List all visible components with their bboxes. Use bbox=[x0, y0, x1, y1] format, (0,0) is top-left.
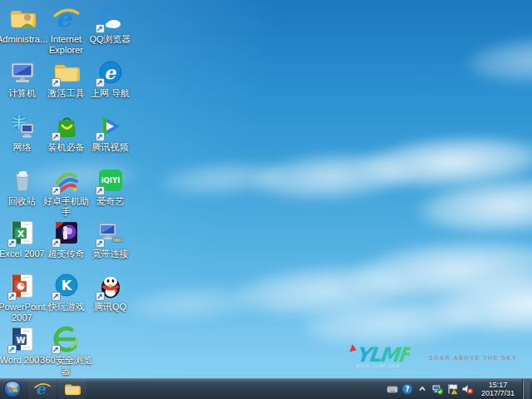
shortcut-arrow-icon: ↗ bbox=[7, 292, 17, 301]
desktop-icon[interactable]: 网络 bbox=[0, 113, 44, 153]
shortcut-arrow-icon: ↗ bbox=[52, 78, 61, 87]
shortcut-arrow-icon: ↗ bbox=[52, 345, 61, 354]
desktop-icon[interactable]: ↗PowerPoint 2007 bbox=[0, 273, 44, 323]
volume-muted-icon[interactable] bbox=[461, 383, 474, 396]
desktop-icon[interactable]: ↗QQ浏览器 bbox=[88, 5, 132, 45]
powerpoint-icon: ↗ bbox=[9, 273, 36, 299]
svg-text:iQIYI: iQIYI bbox=[101, 176, 120, 185]
action-center-flag-icon[interactable]: ! bbox=[446, 383, 459, 396]
taskbar-windows-explorer[interactable] bbox=[58, 380, 86, 399]
svg-text:W: W bbox=[16, 336, 25, 345]
tray-icons: ?! bbox=[387, 383, 474, 396]
svg-text:X: X bbox=[17, 229, 24, 239]
cloud bbox=[157, 157, 292, 200]
ylmf-watermark: YLMF WWW.YLMF.COM SOAR ABOVE THE SKY bbox=[356, 343, 510, 372]
show-hidden-icons-arrow[interactable] bbox=[416, 383, 429, 396]
desktop-icon[interactable]: 回收站 bbox=[0, 167, 44, 207]
svg-text:K: K bbox=[61, 278, 71, 293]
cloud bbox=[464, 32, 532, 88]
taskbar-pinned-apps: e bbox=[28, 380, 86, 399]
excel-icon: X↗ bbox=[9, 219, 36, 246]
desktop-icon[interactable]: Administra... bbox=[0, 5, 44, 45]
desktop-icon-label: 360安全浏览器 bbox=[39, 355, 93, 377]
cloud bbox=[347, 234, 532, 307]
desktop: Administra...eInternet Explorer↗QQ浏览器计算机… bbox=[0, 0, 532, 399]
network-icon bbox=[9, 113, 36, 140]
iqiyi-icon: iQIYI↗ bbox=[97, 167, 124, 194]
clock-date: 2017/7/31 bbox=[481, 389, 515, 397]
cloud bbox=[124, 282, 259, 324]
cloud bbox=[231, 259, 417, 322]
shortcut-arrow-icon: ↗ bbox=[96, 292, 105, 301]
desktop-icon[interactable]: W↗Word 2007 bbox=[0, 326, 44, 366]
ylmf-logo: YLMF bbox=[355, 343, 411, 367]
user-folder-icon bbox=[9, 5, 36, 32]
computer-icon bbox=[9, 59, 36, 86]
desktop-icon[interactable]: eInternet Explorer bbox=[44, 5, 88, 56]
shortcut-arrow-icon: ↗ bbox=[7, 345, 17, 354]
svg-text:?: ? bbox=[406, 385, 410, 393]
taskbar-clock[interactable]: 15:17 2017/7/31 bbox=[477, 381, 519, 397]
desktop-icon-label: 腾讯QQ bbox=[83, 302, 137, 313]
desktop-icon[interactable]: 计算机 bbox=[0, 59, 44, 99]
shortcut-arrow-icon: ↗ bbox=[52, 292, 61, 301]
shortcut-arrow-icon: ↗ bbox=[96, 186, 105, 195]
folder-icon: ↗ bbox=[53, 59, 80, 86]
taskbar: e ?! 15:17 2017/7/31 bbox=[0, 378, 532, 399]
e360-browser-icon: ↗ bbox=[53, 326, 80, 352]
clock-time: 15:17 bbox=[481, 381, 515, 389]
desktop-icon[interactable]: K↗快玩游戏 bbox=[44, 273, 88, 313]
desktop-icon[interactable]: ↗360安全浏览器 bbox=[44, 326, 88, 377]
desktop-icon[interactable]: ↗好卓手机助手 bbox=[44, 167, 88, 218]
word-icon: W↗ bbox=[9, 326, 36, 352]
desktop-icon[interactable]: ↗激活工具 bbox=[44, 59, 88, 99]
desktop-icon-label: QQ浏览器 bbox=[83, 34, 137, 45]
desktop-icon-label: 上网 导航 bbox=[83, 88, 137, 99]
tencent-video-icon: ↗ bbox=[97, 113, 124, 140]
shortcut-arrow-icon: ↗ bbox=[7, 239, 17, 248]
shortcut-arrow-icon: ↗ bbox=[52, 239, 61, 248]
shortcut-arrow-icon: ↗ bbox=[52, 186, 61, 195]
shortcut-arrow-icon: ↗ bbox=[96, 24, 105, 33]
shortcut-arrow-icon: ↗ bbox=[96, 78, 105, 87]
qq-penguin-icon: ↗ bbox=[97, 273, 124, 299]
shortcut-arrow-icon: ↗ bbox=[96, 239, 105, 248]
nav-e-icon: e↗ bbox=[97, 59, 124, 86]
desktop-icon[interactable]: ↗腾讯QQ bbox=[88, 273, 132, 313]
swirl-icon: ↗ bbox=[53, 167, 80, 194]
desktop-icon[interactable]: ↗装机必备 bbox=[44, 113, 88, 153]
cloud bbox=[431, 268, 532, 340]
desktop-icon[interactable]: X↗Excel 2007 bbox=[0, 219, 44, 259]
taskbar-internet-explorer[interactable]: e bbox=[28, 380, 57, 399]
k-circle-icon: K↗ bbox=[53, 273, 80, 299]
shortcut-arrow-icon: ↗ bbox=[52, 132, 61, 141]
start-button[interactable] bbox=[2, 379, 23, 399]
desktop-icon-label: 腾讯视频 bbox=[83, 142, 137, 153]
qq-browser-icon: ↗ bbox=[97, 5, 124, 32]
desktop-icon[interactable]: ↗超变传奇 bbox=[44, 219, 88, 259]
cloud bbox=[356, 131, 532, 194]
shortcut-arrow-icon: ↗ bbox=[96, 132, 105, 141]
desktop-icon[interactable]: e↗上网 导航 bbox=[88, 59, 132, 99]
cloud bbox=[414, 172, 532, 239]
system-tray: ?! 15:17 2017/7/31 bbox=[387, 379, 532, 399]
desktop-icon[interactable]: ↗腾讯视频 bbox=[88, 113, 132, 153]
desktop-icon[interactable]: ↗宽带连接 bbox=[88, 219, 132, 259]
desktop-icon[interactable]: iQIYI↗爱奇艺 bbox=[88, 167, 132, 207]
desktop-icon-label: 爱奇艺 bbox=[83, 196, 137, 207]
keyboard-icon[interactable] bbox=[387, 383, 399, 396]
cloud bbox=[248, 148, 416, 205]
internet-explorer-icon: e bbox=[53, 5, 80, 32]
broadband-icon: ↗ bbox=[97, 219, 124, 246]
help-icon[interactable]: ? bbox=[401, 383, 414, 396]
game-icon: ↗ bbox=[53, 219, 80, 246]
network-status-icon[interactable] bbox=[431, 383, 444, 396]
svg-text:e: e bbox=[104, 62, 117, 83]
ylmf-tagline: SOAR ABOVE THE SKY bbox=[429, 355, 517, 361]
recycle-bin-icon bbox=[9, 167, 36, 194]
desktop-icon-label: 宽带连接 bbox=[83, 249, 137, 259]
show-desktop-button[interactable] bbox=[522, 379, 530, 399]
green-bag-icon: ↗ bbox=[53, 113, 80, 140]
